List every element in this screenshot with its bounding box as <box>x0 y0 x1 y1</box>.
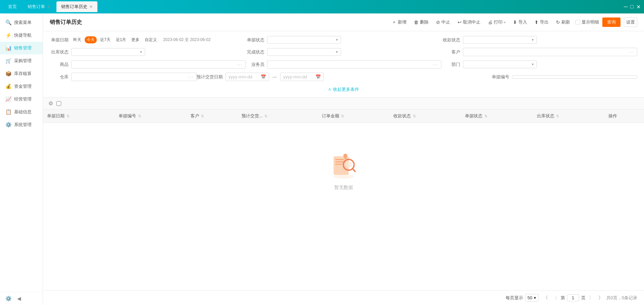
first-page-btn[interactable]: 《 <box>542 294 549 302</box>
cancel-stop-icon: ↩ <box>458 20 462 25</box>
close-sales-order-tab[interactable]: ✕ <box>47 4 50 9</box>
calendar-to-icon[interactable]: 📅 <box>315 74 321 79</box>
print-button[interactable]: 🖨 打印 ▾ <box>486 18 508 27</box>
week7-btn[interactable]: 近7天 <box>98 36 113 43</box>
col-payment: 收款状态 ⇅ <box>389 110 461 123</box>
collapse-icon[interactable]: ◀ <box>17 296 21 302</box>
col-date-sort[interactable]: ⇅ <box>67 114 70 118</box>
col-customer-label: 客户 <box>190 113 199 118</box>
next-page-btn[interactable]: 〉 <box>588 294 595 302</box>
top-bar: 首页 销售订单 ✕ 销售订单历史 ✕ ─ □ ✕ <box>0 0 644 13</box>
page-word: 第 <box>561 295 565 301</box>
delete-button[interactable]: 🗑 删除 <box>412 18 431 27</box>
date-range-text: 2023-06-02 至 2023-06-02 <box>163 37 210 43</box>
doc-number-control <box>512 75 637 79</box>
col-customer-sort[interactable]: ⇅ <box>201 114 204 118</box>
doc-number-label: 单据编号 <box>490 74 509 80</box>
basic-info-icon: 📋 <box>5 109 11 115</box>
prev-page-btn[interactable]: 〈 <box>551 294 559 302</box>
settings-button[interactable]: 设置 <box>624 17 637 27</box>
col-orderstatus-label: 单据状态 <box>465 113 482 118</box>
minimize-icon[interactable]: ─ <box>624 4 628 10</box>
warehouse-dots[interactable]: ··· <box>188 74 194 79</box>
tab-sales-order[interactable]: 销售订单 ✕ <box>23 1 55 12</box>
more-btn[interactable]: 更多 <box>129 36 141 43</box>
maximize-icon[interactable]: □ <box>630 4 634 10</box>
close-history-tab[interactable]: ✕ <box>89 4 93 9</box>
print-dropdown-icon[interactable]: ▾ <box>504 21 506 24</box>
sidebar-item-operations[interactable]: 📈 经营管理 <box>0 93 43 106</box>
sidebar-item-basic-info[interactable]: 📋 基础信息 <box>0 106 43 118</box>
export-button[interactable]: ⬆ 导出 <box>532 18 551 27</box>
delivery-date-from[interactable]: yyyy-mm-dd 📅 <box>225 73 269 81</box>
salesperson-input[interactable]: ··· <box>267 60 441 69</box>
customer-input[interactable]: ··· <box>463 48 637 56</box>
col-amount-sort[interactable]: ⇅ <box>341 114 344 118</box>
svg-line-7 <box>352 168 355 171</box>
department-select[interactable]: ▾ <box>463 61 537 68</box>
page-size-value: 50 <box>527 295 532 300</box>
col-orderstatus-sort[interactable]: ⇅ <box>484 114 487 118</box>
sidebar-item-inventory[interactable]: 📦 库存核算 <box>0 67 43 80</box>
delivery-date-to[interactable]: yyyy-mm-dd 📅 <box>280 73 324 81</box>
warehouse-input[interactable]: ··· <box>71 73 197 81</box>
sidebar-item-purchase-mgmt[interactable]: 🛒 采购管理 <box>0 54 43 67</box>
import-button[interactable]: ⬇ 导入 <box>511 18 529 27</box>
col-action: 操作 <box>604 110 644 123</box>
col-payment-sort[interactable]: ⇅ <box>413 114 416 118</box>
payment-status-chevron: ▾ <box>532 38 534 42</box>
collapse-more-button[interactable]: ∧ 收起更多条件 <box>50 85 637 95</box>
tab-sales-order-history[interactable]: 销售订单历史 ✕ <box>56 1 97 12</box>
col-deliverystatus-sort[interactable]: ⇅ <box>556 114 559 118</box>
col-delivery: 预计交货... ⇅ <box>238 110 318 123</box>
sidebar-item-finance-label: 资金管理 <box>14 83 32 89</box>
select-all-checkbox[interactable] <box>56 101 61 106</box>
page-size-dropdown[interactable]: 50 ▾ <box>525 294 538 302</box>
tab-home[interactable]: 首页 <box>3 1 22 12</box>
custom-btn[interactable]: 自定义 <box>143 36 159 43</box>
calendar-from-icon[interactable]: 📅 <box>261 74 266 79</box>
last-page-btn[interactable]: 》 <box>597 294 604 302</box>
date-label: 单据日期 <box>50 37 69 43</box>
sidebar-item-sales-mgmt[interactable]: 📊 销售管理 <box>0 42 43 54</box>
collapse-label: ∧ 收起更多条件 <box>328 87 359 92</box>
page-unit: 页 <box>581 295 586 301</box>
refresh-button[interactable]: ↻ 刷新 <box>554 18 572 27</box>
customer-dots[interactable]: ··· <box>629 49 634 54</box>
doc-number-input[interactable] <box>512 75 637 79</box>
department-control: ▾ <box>463 61 637 68</box>
month1-btn[interactable]: 近1月 <box>114 36 128 43</box>
display-detail-label: 显示明细 <box>582 19 599 25</box>
delete-icon: 🗑 <box>414 20 419 25</box>
stop-button[interactable]: ⊘ 中止 <box>434 18 452 27</box>
display-detail-checkbox-wrapper[interactable]: 显示明细 <box>575 19 599 25</box>
cancel-stop-button[interactable]: ↩ 取消中止 <box>456 18 482 27</box>
delivery-chevron: ▾ <box>140 50 142 54</box>
sidebar-item-search-menu[interactable]: 🔍 搜索菜单 <box>0 16 43 29</box>
product-dots[interactable]: ··· <box>237 62 243 67</box>
col-number-sort[interactable]: ⇅ <box>138 114 141 118</box>
payment-status-select[interactable]: ▾ <box>463 36 537 44</box>
complete-status-select[interactable]: ▾ <box>267 48 341 56</box>
import-label: 导入 <box>518 19 527 25</box>
col-delivery-sort[interactable]: ⇅ <box>264 114 267 118</box>
today-btn[interactable]: 今天 <box>85 36 97 43</box>
sidebar-item-finance[interactable]: 💰 资金管理 <box>0 80 43 93</box>
sidebar-item-system[interactable]: ⚙️ 系统管理 <box>0 118 43 131</box>
settings-bottom-icon[interactable]: ⚙️ <box>5 296 12 302</box>
order-status-select[interactable]: ▾ <box>267 36 341 44</box>
sidebar-item-quick-nav[interactable]: ⚡ 快捷导航 <box>0 29 43 42</box>
window-close-icon[interactable]: ✕ <box>636 4 641 10</box>
col-number-label: 单据编号 <box>119 113 136 118</box>
delivery-status-select[interactable]: ▾ <box>71 48 145 56</box>
page-number-input[interactable] <box>567 294 579 301</box>
query-button[interactable]: 查询 <box>602 17 620 27</box>
order-status-label: 单据状态 <box>246 37 264 43</box>
salesperson-dots[interactable]: ··· <box>433 62 438 67</box>
product-input[interactable]: ··· <box>71 60 246 69</box>
table-settings-icon[interactable]: ⚙ <box>48 100 53 107</box>
yesterday-btn[interactable]: 昨天 <box>71 36 83 43</box>
new-button[interactable]: ＋ 新增 <box>390 18 409 27</box>
filter-item-product: 商品 ··· <box>50 60 246 69</box>
display-detail-checkbox[interactable] <box>575 20 580 25</box>
